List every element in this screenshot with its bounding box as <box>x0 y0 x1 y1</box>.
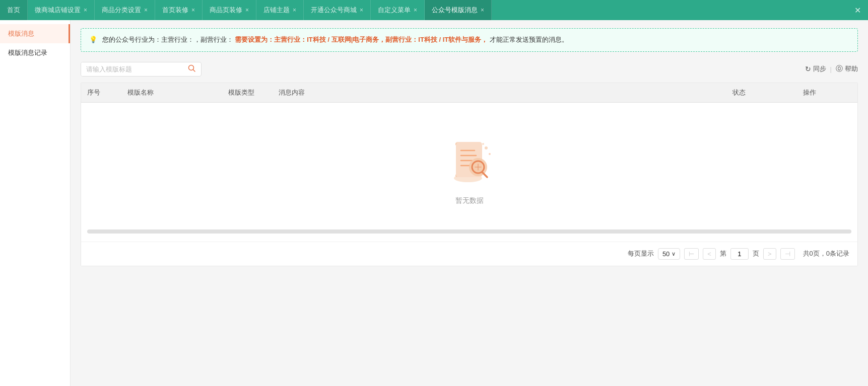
pagination-bar: 每页显示 50 ∨ ⊢ < 第 页 > ⊣ 共0页，0条记录 <box>81 242 857 266</box>
first-page-button[interactable]: ⊢ <box>684 248 699 260</box>
content-area: 💡 您的公众号行业为：主营行业：，副营行业： 需要设置为：主营行业：IT科技 /… <box>71 20 868 386</box>
next-page-button[interactable]: > <box>763 248 776 260</box>
data-table: 序号 模版名称 模版类型 消息内容 <box>81 83 857 225</box>
empty-illustration <box>442 133 497 188</box>
tab-home-decoration-close[interactable]: × <box>191 7 195 13</box>
tab-product-decoration-close[interactable]: × <box>245 7 249 13</box>
search-actions: ↻ 同步 | ⓪ 帮助 <box>805 64 858 73</box>
search-bar: ↻ 同步 | ⓪ 帮助 <box>81 62 858 76</box>
sidebar-item-template-message-label: 模版消息 <box>8 30 34 37</box>
per-page-value: 50 <box>662 250 670 258</box>
col-header-status: 状态 <box>726 83 797 103</box>
tab-home-label: 首页 <box>7 6 20 15</box>
search-input[interactable] <box>81 62 183 76</box>
notice-text-prefix: 您的公众号行业为：主营行业：，副营行业： <box>102 36 233 43</box>
tab-open-mall[interactable]: 开通公众号商城 × <box>304 0 371 20</box>
notice-text-suffix: 才能正常发送预置的消息。 <box>490 36 568 43</box>
empty-state-row: 暂无数据 <box>81 102 857 225</box>
tab-template-msg-label: 公众号模版消息 <box>432 6 478 15</box>
tab-store-theme-label: 店铺主题 <box>263 6 290 15</box>
tab-bar-close-all[interactable]: ✕ <box>847 6 868 15</box>
page-prefix-label: 第 <box>720 249 726 258</box>
help-button[interactable]: ⓪ 帮助 <box>836 64 858 73</box>
empty-state-cell: 暂无数据 <box>81 102 857 225</box>
tab-store-theme-close[interactable]: × <box>293 7 296 13</box>
help-icon: ⓪ <box>836 64 843 73</box>
help-label: 帮助 <box>845 64 858 73</box>
main-layout: 模版消息 模版消息记录 💡 您的公众号行业为：主营行业：，副营行业： 需要设置为… <box>0 20 868 386</box>
sidebar-item-template-message[interactable]: 模版消息 <box>0 24 70 43</box>
tab-home-decoration[interactable]: 首页装修 × <box>155 0 203 20</box>
tab-template-msg[interactable]: 公众号模版消息 × <box>425 0 492 20</box>
per-page-label: 每页显示 <box>628 249 654 258</box>
search-button[interactable] <box>183 64 201 74</box>
tab-product-decoration[interactable]: 商品页装修 × <box>203 0 256 20</box>
svg-point-12 <box>485 146 488 149</box>
svg-line-1 <box>193 69 195 71</box>
notice-highlight: 需要设置为：主营行业：IT科技 / 互联网|电子商务，副营行业：IT科技 / I… <box>235 36 488 43</box>
empty-state: 暂无数据 <box>81 103 857 225</box>
tab-custom-menu-close[interactable]: × <box>414 7 417 13</box>
tab-custom-menu-label: 自定义菜单 <box>378 6 411 15</box>
last-page-button[interactable]: ⊣ <box>780 248 795 260</box>
tab-open-mall-label: 开通公众号商城 <box>311 6 357 15</box>
tab-store-theme[interactable]: 店铺主题 × <box>256 0 304 20</box>
sync-button[interactable]: ↻ 同步 <box>805 64 826 73</box>
col-header-type: 模版类型 <box>222 83 273 103</box>
col-header-action: 操作 <box>797 83 857 103</box>
sync-label: 同步 <box>813 64 826 73</box>
action-divider: | <box>830 65 832 73</box>
tab-custom-menu[interactable]: 自定义菜单 × <box>371 0 425 20</box>
tab-product-decoration-label: 商品页装修 <box>210 6 242 15</box>
search-field-wrapper <box>81 62 202 76</box>
sidebar: 模版消息 模版消息记录 <box>0 20 71 386</box>
page-number-input[interactable] <box>730 248 749 260</box>
sidebar-item-template-record-label: 模版消息记录 <box>8 49 47 56</box>
notice-box: 💡 您的公众号行业为：主营行业：，副营行业： 需要设置为：主营行业：IT科技 /… <box>81 28 858 52</box>
col-header-name: 模版名称 <box>121 83 222 103</box>
col-header-content: 消息内容 <box>273 83 726 103</box>
tab-category-close[interactable]: × <box>144 7 148 13</box>
svg-point-13 <box>489 153 491 155</box>
table-header: 序号 模版名称 模版类型 消息内容 <box>81 83 857 103</box>
empty-text: 暂无数据 <box>455 196 484 205</box>
tab-shop-settings-label: 微商城店铺设置 <box>35 6 81 15</box>
table-header-row: 序号 模版名称 模版类型 消息内容 <box>81 83 857 103</box>
tab-shop-settings[interactable]: 微商城店铺设置 × <box>28 0 95 20</box>
col-header-seq: 序号 <box>81 83 121 103</box>
tab-open-mall-close[interactable]: × <box>360 7 363 13</box>
horizontal-scrollbar[interactable] <box>87 229 851 234</box>
tab-category-settings-label: 商品分类设置 <box>102 6 141 15</box>
table-scroll-area[interactable]: 序号 模版名称 模版类型 消息内容 <box>81 83 857 242</box>
table-body: 暂无数据 <box>81 102 857 225</box>
sync-icon: ↻ <box>805 65 811 73</box>
tab-home-decoration-label: 首页装修 <box>162 6 188 15</box>
search-icon <box>188 64 196 72</box>
tab-bar: 首页 微商城店铺设置 × 商品分类设置 × 首页装修 × 商品页装修 × 店铺主… <box>0 0 868 20</box>
data-table-wrapper: 序号 模版名称 模版类型 消息内容 <box>81 83 858 266</box>
tab-template-msg-close[interactable]: × <box>481 7 484 13</box>
sidebar-item-template-record[interactable]: 模版消息记录 <box>0 43 70 62</box>
prev-page-button[interactable]: < <box>703 248 716 260</box>
page-unit-label: 页 <box>753 249 759 258</box>
per-page-chevron-icon: ∨ <box>672 251 676 257</box>
svg-point-14 <box>482 143 484 145</box>
per-page-select[interactable]: 50 ∨ <box>658 248 680 260</box>
tab-shop-settings-close[interactable]: × <box>84 7 87 13</box>
tab-home[interactable]: 首页 <box>0 0 28 20</box>
total-info: 共0页，0条记录 <box>803 249 849 258</box>
tab-category-settings[interactable]: 商品分类设置 × <box>95 0 155 20</box>
notice-icon: 💡 <box>89 36 97 43</box>
